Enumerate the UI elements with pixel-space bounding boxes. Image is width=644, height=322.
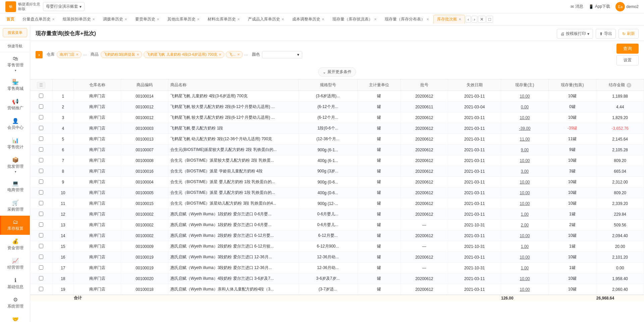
sidebar-item-retail-stats[interactable]: 📊 零售统计	[0, 134, 30, 153]
row-stock-main[interactable]: 10.00	[501, 198, 548, 209]
tag-close-icon[interactable]: ✕	[76, 53, 78, 56]
row-stock-main[interactable]: 1.00	[501, 209, 548, 220]
close-icon[interactable]: ✕	[281, 17, 284, 21]
product-tag-1[interactable]: 飞鹤奶粉3段两提装 ✕	[101, 51, 142, 58]
sidebar-item-operations[interactable]: 📈 经营管理	[0, 254, 30, 274]
tag-close-icon[interactable]: ✕	[137, 53, 139, 56]
tag-close-icon[interactable]: ✕	[237, 53, 240, 56]
query-btn[interactable]: 查询	[616, 44, 639, 54]
row-stock-main[interactable]: 10.00	[501, 91, 548, 102]
search-menu-btn[interactable]: 搜索菜单	[3, 28, 27, 37]
tab-diaobodanls[interactable]: 调拨单历史 ✕	[99, 15, 131, 24]
row-checkbox[interactable]	[30, 145, 52, 155]
row-stock-main[interactable]: -39.00	[501, 123, 548, 134]
row-stock-main[interactable]: 1.00	[501, 241, 548, 252]
sidebar-item-wholesale[interactable]: 📦 批发管理 ▾	[0, 153, 30, 177]
sidebar-item-purchase[interactable]: 🛒 采购管理	[0, 196, 30, 216]
expand-conditions-btn[interactable]: ⌄ 展开更多条件	[318, 67, 356, 76]
sidebar-item-retail-shop[interactable]: 🏪 零售商城	[0, 75, 30, 95]
row-stock-main[interactable]: 10.00	[501, 273, 548, 284]
table-wrapper[interactable]: ☰ 仓库名称 商品编码 商品名称 规格型号 主计量单位 批号 失效日期 现存量(…	[30, 79, 644, 322]
row-stock-main[interactable]: 10.00	[501, 177, 548, 187]
tab-chengben[interactable]: 成本调整单历史 ✕	[288, 15, 328, 24]
close-icon[interactable]: ✕	[459, 17, 461, 21]
product-more-btn[interactable]: ···	[244, 52, 248, 57]
row-stock-main[interactable]: 10.00	[501, 230, 548, 241]
tab-cailiao[interactable]: 材料出库单历史 ✕	[204, 15, 244, 24]
row-stock-main[interactable]: 3.00	[501, 166, 548, 177]
close-icon[interactable]: ✕	[52, 17, 55, 21]
sidebar-item-retail-mgmt[interactable]: 🛍 零售管理 ▾	[0, 52, 30, 75]
row-stock-main[interactable]: 10.00	[501, 155, 548, 166]
row-stock-main[interactable]: 11.00	[501, 134, 548, 145]
tab-zuzhang[interactable]: 组装拆卸单历史 ✕	[59, 15, 99, 24]
row-checkbox[interactable]	[30, 230, 52, 241]
close-icon[interactable]: ✕	[374, 17, 377, 21]
product-tag-2[interactable]: 飞鹤星飞帆 儿童奶粉 4段(3-6岁适用) 700克 ✕	[144, 51, 224, 58]
sidebar-item-system[interactable]: ⚙ 系统管理	[0, 293, 30, 313]
sidebar-item-basic-info[interactable]: ℹ 基础信息	[0, 274, 30, 293]
row-checkbox[interactable]	[30, 123, 52, 134]
close-icon[interactable]: ✕	[197, 17, 200, 21]
tab-nav-prev[interactable]: ‹	[466, 16, 471, 23]
tab-yaohuo[interactable]: 要货单历史 ✕	[131, 15, 163, 24]
user-avatar-area[interactable]: Ea demo2	[615, 2, 639, 11]
row-stock-main[interactable]: 10.00	[501, 284, 548, 295]
row-checkbox[interactable]	[30, 102, 52, 112]
row-stock-main[interactable]: 0.00	[501, 102, 548, 112]
template-print-btn[interactable]: 🖨 按模板打印 ▾	[557, 29, 593, 39]
tab-fenliangpandian[interactable]: 分量盘点单历史 ✕	[19, 15, 58, 24]
row-checkbox[interactable]	[30, 209, 52, 220]
row-stock-main[interactable]: 10.00	[501, 112, 548, 123]
tag-close-icon[interactable]: ✕	[219, 53, 221, 56]
row-checkbox[interactable]	[30, 155, 52, 166]
expand-btn[interactable]: ›	[36, 51, 43, 58]
row-checkbox[interactable]	[30, 284, 52, 295]
row-checkbox[interactable]	[30, 91, 52, 102]
tab-qita[interactable]: 其他出库单历史 ✕	[164, 15, 203, 24]
tab-xiancun-fenbiao[interactable]: 现存量（库存分布表） ✕	[381, 15, 433, 24]
sidebar-item-inventory[interactable]: 🗂 库存核算	[0, 216, 30, 235]
settings-btn[interactable]: 设置	[616, 55, 639, 65]
row-stock-main[interactable]: 10.00	[501, 252, 548, 263]
info-icon[interactable]: ①	[627, 83, 631, 88]
close-icon[interactable]: ✕	[124, 17, 127, 21]
message-btn[interactable]: ✉ 消息	[571, 4, 583, 9]
close-icon[interactable]: ✕	[426, 17, 429, 21]
row-checkbox[interactable]	[30, 220, 52, 230]
sidebar-item-finance[interactable]: 💰 资金管理	[0, 235, 30, 254]
product-tag-3[interactable]: 飞... ✕	[226, 51, 243, 58]
sidebar-item-ecommerce[interactable]: 💻 电商管理	[0, 177, 30, 196]
account-selector[interactable]: 母婴行业演示账套 ▾	[43, 2, 85, 11]
row-checkbox[interactable]	[30, 241, 52, 252]
row-checkbox[interactable]	[30, 198, 52, 209]
sidebar-item-collab[interactable]: 🤝 企业协同	[0, 313, 30, 322]
tab-maximize-btn[interactable]: □	[486, 16, 493, 23]
app-download-btn[interactable]: 📱 App下载	[589, 4, 610, 9]
row-checkbox[interactable]	[30, 112, 52, 123]
refresh-btn[interactable]: ↻ 刷新	[619, 29, 639, 39]
tab-home[interactable]: 首页	[3, 15, 18, 24]
sidebar-item-marketing[interactable]: 📢 营销推广	[0, 95, 30, 114]
close-icon[interactable]: ✕	[322, 17, 324, 21]
warehouse-more-btn[interactable]: ···	[83, 52, 87, 57]
row-checkbox[interactable]	[30, 263, 52, 273]
tab-chancheng[interactable]: 产成品入库单历史 ✕	[244, 15, 288, 24]
row-stock-main[interactable]: 2.00	[501, 220, 548, 230]
row-checkbox[interactable]	[30, 177, 52, 187]
warehouse-tag[interactable]: 南岸门店 ✕	[57, 51, 82, 58]
row-checkbox[interactable]	[30, 166, 52, 177]
close-icon[interactable]: ✕	[237, 17, 240, 21]
tab-xiancun-kuangtai[interactable]: 现存量（库存状况表） ✕	[329, 15, 380, 24]
row-checkbox[interactable]	[30, 187, 52, 198]
row-checkbox[interactable]	[30, 273, 52, 284]
row-checkbox[interactable]	[30, 134, 52, 145]
row-stock-main[interactable]: 1.00	[501, 263, 548, 273]
row-checkbox[interactable]	[30, 252, 52, 263]
quick-nav-btn[interactable]: 快捷导航	[0, 42, 30, 51]
row-stock-main[interactable]: 10.00	[501, 187, 548, 198]
export-btn[interactable]: ⬆ 导出	[596, 29, 616, 39]
color-dropdown[interactable]: ▾	[262, 51, 302, 58]
tab-close-btn[interactable]: ✕	[478, 16, 486, 23]
sidebar-item-member[interactable]: 👤 会员中心	[0, 114, 30, 134]
